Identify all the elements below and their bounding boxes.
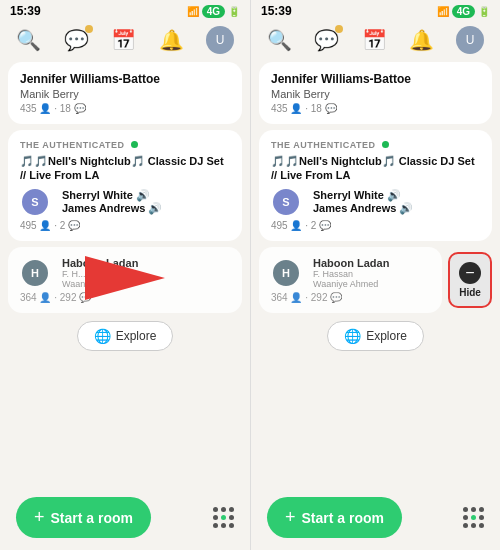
speaker-name-2-right: James Andrews 🔊 (313, 202, 413, 215)
chat-icon-right[interactable]: 💬 (314, 28, 339, 52)
search-icon-right[interactable]: 🔍 (267, 28, 292, 52)
room-card-2-right[interactable]: THE AUTHENTICATED 🎵🎵Nell's Nightclub🎵 Cl… (259, 130, 492, 242)
room-card-2-left[interactable]: THE AUTHENTICATED 🎵🎵Nell's Nightclub🎵 Cl… (8, 130, 242, 242)
dot-7 (213, 523, 218, 528)
speaker-avatars-3-right: H (271, 258, 293, 288)
avatar-left[interactable]: U (206, 26, 234, 54)
status-icons-right: 📶 4G 🔋 (437, 5, 490, 18)
auth-dot-right (382, 141, 389, 148)
speakers-left: S Sherryl White 🔊 James Andrews 🔊 (20, 187, 230, 217)
speaker-info-3-right: Haboon Ladan F. Hassan Waaniye Ahmed (313, 257, 389, 289)
room-title-right: 🎵🎵Nell's Nightclub🎵 Classic DJ Set // Li… (271, 154, 480, 183)
explore-label-left: Explore (116, 329, 157, 343)
network-left: 4G (202, 5, 225, 18)
calendar-icon-left[interactable]: 📅 (111, 28, 136, 52)
signal-right: 📶 (437, 6, 449, 17)
auth-label-right: THE AUTHENTICATED (271, 140, 480, 150)
speaker-avatar-3-right: H (271, 258, 301, 288)
dot-9 (229, 523, 234, 528)
dot-8 (221, 523, 226, 528)
room-title-left: 🎵🎵Nell's Nightclub🎵 Classic DJ Set // Li… (20, 154, 230, 183)
search-icon-left[interactable]: 🔍 (16, 28, 41, 52)
grid-dots-left[interactable] (213, 507, 234, 528)
speakers-3-right: H Haboon Ladan F. Hassan Waaniye Ahmed (271, 257, 430, 289)
rdot-2 (471, 507, 476, 512)
dot-2 (221, 507, 226, 512)
auth-dot-left (131, 141, 138, 148)
status-bar-left: 15:39 📶 4G 🔋 (0, 0, 250, 20)
host-3-tertiary-right: Waaniye Ahmed (313, 279, 389, 289)
dot-1 (213, 507, 218, 512)
stats-3-right: 364 👤 · 292 💬 (271, 292, 430, 303)
speaker-name-2-left: James Andrews 🔊 (62, 202, 162, 215)
rdot-9 (479, 523, 484, 528)
host-3-primary-right: Haboon Ladan (313, 257, 389, 269)
rdot-3 (479, 507, 484, 512)
auth-label-left: THE AUTHENTICATED (20, 140, 230, 150)
start-room-button-left[interactable]: + Start a room (16, 497, 151, 538)
host-secondary-1-left: Manik Berry (20, 88, 230, 100)
battery-right: 🔋 (478, 6, 490, 17)
bottom-bar-right: + Start a room (251, 489, 500, 550)
bottom-bar-left: + Start a room (0, 489, 250, 550)
dot-5 (221, 515, 226, 520)
chat-badge-left (85, 25, 93, 33)
chat-badge-right (335, 25, 343, 33)
rdot-7 (463, 523, 468, 528)
content-left: Jennifer Williams-Battoe Manik Berry 435… (0, 58, 250, 489)
bell-icon-right[interactable]: 🔔 (409, 28, 434, 52)
hide-button-right[interactable]: − Hide (448, 252, 492, 308)
room-card-3-container-right: H Haboon Ladan F. Hassan Waaniye Ahmed 3… (259, 247, 492, 313)
host-primary-1-left: Jennifer Williams-Battoe (20, 72, 230, 88)
globe-icon-right: 🌐 (344, 328, 361, 344)
hide-label: Hide (459, 287, 481, 298)
speaker-avatar-1-right: S (271, 187, 301, 217)
explore-button-right[interactable]: 🌐 Explore (327, 321, 424, 351)
battery-left: 🔋 (228, 6, 240, 17)
avatar-right[interactable]: U (456, 26, 484, 54)
rdot-5 (471, 515, 476, 520)
speaker-info-1-left: Sherryl White 🔊 James Andrews 🔊 (62, 189, 162, 215)
speaker-avatars-3-left: H (20, 258, 42, 288)
rdot-1 (463, 507, 468, 512)
speaker-avatar-1-left: S (20, 187, 50, 217)
chat-icon-left[interactable]: 💬 (64, 28, 89, 52)
host-primary-1-right: Jennifer Williams-Battoe (271, 72, 480, 88)
nav-bar-left: 🔍 💬 📅 🔔 U (0, 20, 250, 58)
stats-2-right: 495 👤 · 2 💬 (271, 220, 480, 231)
start-room-label-right: Start a room (302, 510, 384, 526)
network-right: 4G (452, 5, 475, 18)
status-bar-right: 15:39 📶 4G 🔋 (251, 0, 500, 20)
rdot-4 (463, 515, 468, 520)
host-3-secondary-right: F. Hassan (313, 269, 389, 279)
stats-1-left: 435 👤 · 18 💬 (20, 103, 230, 114)
room-card-1-left[interactable]: Jennifer Williams-Battoe Manik Berry 435… (8, 62, 242, 124)
right-panel: 15:39 📶 4G 🔋 🔍 💬 📅 🔔 U Jennifer Williams… (250, 0, 500, 550)
dot-6 (229, 515, 234, 520)
status-time-left: 15:39 (10, 4, 41, 18)
speaker-info-1-right: Sherryl White 🔊 James Andrews 🔊 (313, 189, 413, 215)
bell-icon-left[interactable]: 🔔 (159, 28, 184, 52)
left-panel: 15:39 📶 4G 🔋 🔍 💬 📅 🔔 U Jennifer Williams… (0, 0, 250, 550)
speaker-avatars-right: S (271, 187, 293, 217)
speaker-avatars-left: S (20, 187, 42, 217)
speaker-avatar-3-left: H (20, 258, 50, 288)
signal-left: 📶 (187, 6, 199, 17)
calendar-icon-right[interactable]: 📅 (362, 28, 387, 52)
explore-button-left[interactable]: 🌐 Explore (77, 321, 174, 351)
speakers-right: S Sherryl White 🔊 James Andrews 🔊 (271, 187, 480, 217)
room-card-3-right[interactable]: H Haboon Ladan F. Hassan Waaniye Ahmed 3… (259, 247, 442, 313)
grid-dots-right[interactable] (463, 507, 484, 528)
room-card-1-right[interactable]: Jennifer Williams-Battoe Manik Berry 435… (259, 62, 492, 124)
content-right: Jennifer Williams-Battoe Manik Berry 435… (251, 58, 500, 489)
dot-4 (213, 515, 218, 520)
start-room-button-right[interactable]: + Start a room (267, 497, 402, 538)
start-room-label-left: Start a room (51, 510, 133, 526)
room-card-3-container-left: H Haboon Ladan F. H... Waaniye Ahmed 364… (8, 247, 242, 313)
host-secondary-1-right: Manik Berry (271, 88, 480, 100)
rdot-6 (479, 515, 484, 520)
speaker-name-1-left: Sherryl White 🔊 (62, 189, 162, 202)
svg-marker-0 (85, 256, 165, 300)
status-icons-left: 📶 4G 🔋 (187, 5, 240, 18)
stats-1-right: 435 👤 · 18 💬 (271, 103, 480, 114)
